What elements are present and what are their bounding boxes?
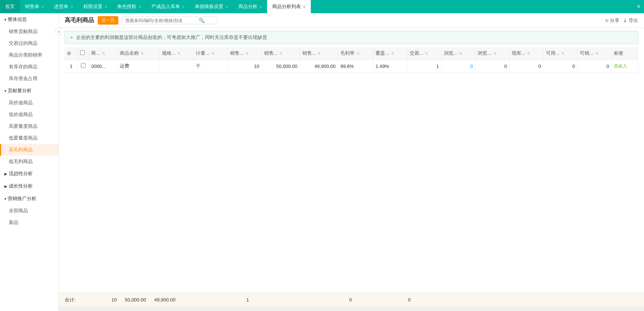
sidebar-item-low-margin-products[interactable]: 低毛利商品 bbox=[0, 156, 58, 167]
close-template-settings[interactable]: × bbox=[226, 4, 228, 9]
close-product-analysis-list[interactable]: × bbox=[303, 4, 305, 9]
sidebar-item-category-assist-rate[interactable]: 商品分类助销率 bbox=[0, 49, 58, 61]
sort-icon-name: ⇅ bbox=[141, 51, 144, 55]
sort-icon-sales-qty: ⇅ bbox=[245, 51, 248, 55]
sort-icon-current-stock: ⇅ bbox=[527, 51, 530, 55]
sidebar-item-in-stock-products[interactable]: 有库存的商品 bbox=[0, 61, 58, 73]
sidebar-item-stock-capital[interactable]: 库存资金占用 bbox=[0, 73, 58, 84]
sidebar-item-high-margin-products[interactable]: 高毛利商品 bbox=[0, 144, 58, 156]
nav-purchase-order[interactable]: 进货单 × bbox=[49, 0, 78, 13]
th-current-stock[interactable]: 现有... ⇅ bbox=[510, 47, 544, 60]
footer-sales-cost: 49,900.00 bbox=[149, 297, 179, 303]
close-sales-order[interactable]: × bbox=[42, 4, 44, 9]
th-browse1[interactable]: 浏览... ⇅ bbox=[441, 47, 475, 60]
info-icon: ✦ bbox=[69, 35, 74, 40]
row-checkbox[interactable] bbox=[81, 63, 86, 68]
nav-product-warehousing[interactable]: 产成品入库单 × bbox=[146, 0, 190, 13]
search-box: 🔍 bbox=[122, 17, 217, 24]
footer-browse2: 0 bbox=[325, 297, 355, 303]
nav-role-auth[interactable]: 角色授权 × bbox=[112, 0, 146, 13]
search-icon[interactable]: 🔍 bbox=[199, 18, 205, 23]
sidebar-wrapper: ▾ 整体信息 销售贡献商品 交易过的商品 商品分类助销率 有库存的商品 库存资金… bbox=[0, 13, 59, 311]
td-sales-amount: 50,000.00 bbox=[262, 60, 300, 73]
th-browse2[interactable]: 浏览... ⇅ bbox=[475, 47, 510, 60]
browse1-link[interactable]: 0 bbox=[470, 64, 473, 69]
td-checkbox bbox=[78, 60, 89, 73]
sidebar-item-traded-products[interactable]: 交易过的商品 bbox=[0, 37, 58, 49]
td-spec bbox=[159, 60, 194, 73]
th-available-stock[interactable]: 可用... ⇅ bbox=[543, 47, 578, 60]
th-sales-amount[interactable]: 销售... ⇅ bbox=[262, 47, 300, 60]
sidebar-item-new-products[interactable]: 新品 bbox=[0, 217, 58, 228]
sort-icon-sales-cost: ⇅ bbox=[318, 51, 321, 55]
sidebar-group-contribution-analysis[interactable]: ▾ 贡献量分析 bbox=[0, 84, 58, 97]
sidebar-item-low-love-products[interactable]: 低爱量度商品 bbox=[0, 132, 58, 144]
nav-product-analysis[interactable]: 商品分析 × bbox=[233, 0, 267, 13]
th-sku-code[interactable]: 商... ⇅ bbox=[89, 47, 117, 60]
td-browse2: 0 bbox=[475, 60, 510, 73]
close-all-tabs[interactable]: × bbox=[637, 3, 644, 10]
th-sales-qty[interactable]: 销售... ⇅ bbox=[228, 47, 262, 60]
footer-values: 10 50,000.00 49,900.00 1 0 0 bbox=[90, 297, 414, 303]
share-btn[interactable]: ⎋ 分享 bbox=[605, 17, 619, 24]
search-input[interactable] bbox=[125, 18, 199, 23]
nav-home[interactable]: 首页 bbox=[0, 0, 20, 13]
footer-sales-amount: 50,000.00 bbox=[120, 297, 149, 303]
nav-sales-order[interactable]: 销售单 × bbox=[20, 0, 49, 13]
th-tag[interactable]: 标签 bbox=[612, 47, 638, 60]
filter-recent-month-btn[interactable]: 近一月 bbox=[98, 16, 118, 25]
td-browse1[interactable]: 0 bbox=[441, 60, 475, 73]
close-permission-settings[interactable]: × bbox=[105, 4, 107, 9]
sidebar-item-all-products[interactable]: 全部商品 bbox=[0, 205, 58, 217]
horizontal-scrollbar[interactable] bbox=[59, 307, 644, 311]
close-product-analysis[interactable]: × bbox=[260, 4, 262, 9]
td-current-stock: 0 bbox=[510, 60, 544, 73]
th-spec[interactable]: 规格... ⇅ bbox=[159, 47, 194, 60]
page-title: 高毛利商品 bbox=[65, 17, 94, 24]
sort-icon-spec: ⇅ bbox=[177, 51, 180, 55]
sidebar-group-overall-info[interactable]: ▾ 整体信息 bbox=[0, 13, 58, 26]
footer-available-stock: 0 bbox=[384, 297, 414, 303]
th-unit[interactable]: 计量... ⇅ bbox=[194, 47, 228, 60]
share-icon: ⎋ bbox=[605, 18, 608, 23]
sidebar-item-high-value-products[interactable]: 高价值商品 bbox=[0, 97, 58, 109]
sidebar-item-sales-contribution[interactable]: 销售贡献商品 bbox=[0, 26, 58, 37]
th-settings[interactable]: ⚙ bbox=[65, 47, 78, 60]
table-container[interactable]: ⚙ 商... ⇅ 商品名称 ⇅ bbox=[59, 47, 644, 293]
top-nav: 首页 销售单 × 进货单 × 权限设置 × 角色授权 × 产成品入库单 × 单据… bbox=[0, 0, 644, 13]
th-name[interactable]: 商品名称 ⇅ bbox=[117, 47, 159, 60]
close-product-warehousing[interactable]: × bbox=[182, 4, 184, 9]
th-sellable-days[interactable]: 可销... ⇅ bbox=[578, 47, 612, 60]
footer-sales-qty: 10 bbox=[90, 297, 120, 303]
th-trade-count[interactable]: 交易... ⇅ bbox=[407, 47, 441, 60]
td-name: 运费 bbox=[117, 60, 159, 73]
footer-trade-count: 1 bbox=[223, 297, 252, 303]
close-role-auth[interactable]: × bbox=[138, 4, 141, 9]
select-all-checkbox[interactable] bbox=[80, 50, 85, 55]
sidebar-group-trend-analysis[interactable]: ▶ 流趋性分析 bbox=[0, 167, 58, 180]
sidebar-item-high-love-products[interactable]: 高爱量度商品 bbox=[0, 120, 58, 132]
nav-template-settings[interactable]: 单据模板设置 × bbox=[190, 0, 233, 13]
settings-icon[interactable]: ⚙ bbox=[67, 51, 71, 56]
table-row: 1 0000... 运费 个 bbox=[65, 60, 638, 73]
sort-icon-gross-margin: ⇅ bbox=[357, 51, 360, 55]
sidebar-group-marketing-analysis[interactable]: ▾ 营销推广分析 bbox=[0, 192, 58, 205]
th-checkbox bbox=[78, 47, 89, 60]
th-sales-cost[interactable]: 销售... ⇅ bbox=[300, 47, 338, 60]
sidebar-item-low-value-products[interactable]: 低价值商品 bbox=[0, 109, 58, 120]
nav-permission-settings[interactable]: 权限设置 × bbox=[78, 0, 112, 13]
export-btn[interactable]: ⤓ 导出 bbox=[623, 17, 638, 24]
sidebar-group-growth-analysis[interactable]: ▶ 成长性分析 bbox=[0, 180, 58, 192]
footer-total: 合计: 10 50,000.00 49,900.00 1 0 0 bbox=[59, 293, 644, 307]
nav-product-analysis-list[interactable]: 商品分析列表 × bbox=[267, 0, 310, 13]
info-banner-text: 企业的主要的利润都是这部分商品创造的，可考虑加大推广，同时关注库存是不要出现缺货 bbox=[76, 34, 267, 41]
content-header: 高毛利商品 近一月 🔍 ⎋ 分享 ⤓ 导出 bbox=[59, 13, 644, 28]
td-sku-code: 0000... bbox=[89, 60, 117, 73]
th-gross-margin[interactable]: 毛利率 ⇅ bbox=[338, 47, 373, 60]
sidebar: ▾ 整体信息 销售贡献商品 交易过的商品 商品分类助销率 有库存的商品 库存资金… bbox=[0, 13, 59, 311]
sidebar-toggle-btn[interactable]: « bbox=[55, 28, 62, 35]
sort-icon-coverage: ⇅ bbox=[391, 51, 394, 55]
td-sellable-days: 0 bbox=[578, 60, 612, 73]
close-purchase-order[interactable]: × bbox=[71, 4, 73, 9]
th-coverage[interactable]: 覆盖... ⇅ bbox=[373, 47, 407, 60]
